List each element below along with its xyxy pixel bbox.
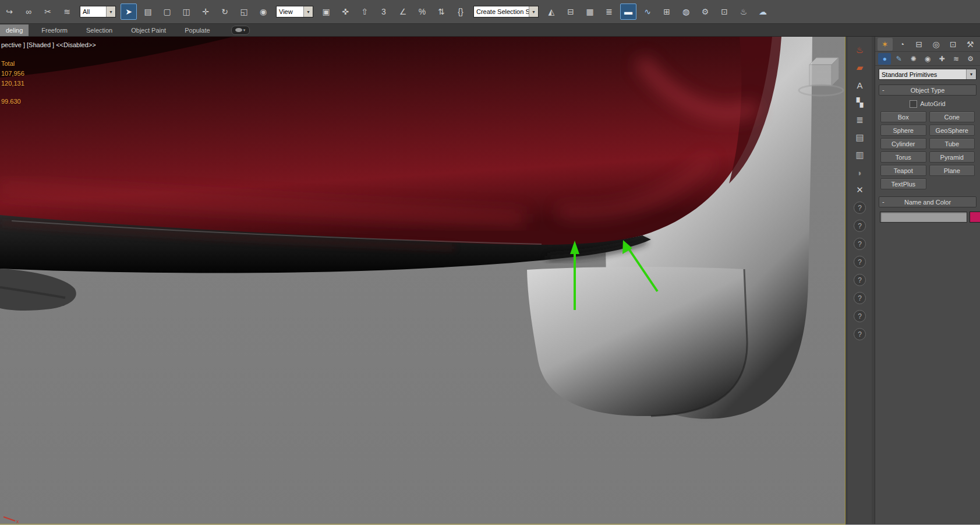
object-type-button[interactable]: Cylinder (880, 138, 926, 149)
viewport-3d-scene[interactable]: x (0, 37, 845, 524)
select-and-place-icon[interactable]: ◉ (255, 3, 271, 20)
select-and-link-icon[interactable]: ∞ (20, 3, 37, 20)
redo-icon[interactable]: ↪ (1, 3, 17, 20)
perspective-viewport[interactable]: x pective ] [Shaded ] <<Disabled>> Total… (0, 37, 845, 524)
category-shapes[interactable]: ✎ (893, 53, 905, 65)
ribbon-bricks-icon[interactable]: ▤ (852, 130, 868, 145)
command-panel-tabs: ✶ ◔ ⊟ ◎ ⊡ ⚒ (875, 37, 980, 52)
select-and-manipulate-icon[interactable]: ✜ (337, 3, 353, 20)
autogrid-label: AutoGrid (920, 100, 945, 107)
snaps-toggle-icon[interactable]: 3 (376, 3, 392, 20)
window-crossing-icon[interactable]: ◫ (178, 3, 194, 20)
angle-snap-icon[interactable]: ∠ (395, 3, 411, 20)
object-type-button[interactable]: Pyramid (929, 151, 975, 163)
unknown-panel-icon[interactable]: ? (854, 274, 866, 286)
select-and-rotate-icon[interactable]: ↻ (217, 3, 233, 20)
tab-hierarchy[interactable]: ⊟ (911, 38, 926, 51)
rectangular-selection-region-icon[interactable]: ▢ (159, 3, 175, 20)
category-lights[interactable]: ✺ (907, 53, 919, 65)
rendered-frame-window-icon[interactable]: ⊡ (716, 3, 733, 20)
percent-snap-icon[interactable]: % (414, 3, 430, 20)
vertical-ribbon-strip: ♨ ▰ A ▚ ≣ ▤ ▥ ◗ ✕ ? ? ? ? ? ? (848, 37, 872, 524)
ribbon-material-icon[interactable]: ▰ (852, 60, 868, 75)
ribbon-layers-icon[interactable]: ≣ (852, 112, 868, 128)
object-type-button[interactable]: TextPlus (880, 178, 926, 189)
category-geometry[interactable]: ● (878, 53, 891, 65)
tab-display[interactable]: ⊡ (946, 38, 961, 51)
select-and-move-icon[interactable]: ✛ (197, 3, 214, 20)
object-type-button[interactable]: Tube (929, 138, 975, 149)
close-icon[interactable]: ✕ (852, 182, 868, 198)
ribbon-striped-icon[interactable]: ▥ (852, 147, 868, 163)
render-setup-icon[interactable]: ⚙ (697, 3, 713, 20)
use-pivot-point-center-icon[interactable]: ▣ (318, 3, 334, 20)
ribbon-align-tool-icon[interactable]: A (852, 77, 868, 93)
viewport-label[interactable]: pective ] [Shaded ] <<Disabled>> (1, 41, 96, 48)
chevron-down-icon: ▼ (106, 6, 115, 17)
tab-object-paint[interactable]: Object Paint (125, 24, 172, 36)
object-color-swatch[interactable] (970, 212, 980, 223)
svg-text:x: x (16, 519, 19, 524)
subcategory-dropdown[interactable]: Standard Primitives ▾ (879, 69, 977, 80)
ribbon-sphere-icon[interactable]: ◗ (852, 165, 868, 180)
object-type-button[interactable]: Cone (929, 111, 975, 122)
object-type-button[interactable]: Sphere (880, 125, 926, 136)
align-icon[interactable]: ⊟ (562, 3, 579, 20)
tab-modify[interactable]: ◔ (894, 38, 910, 51)
autogrid-checkbox[interactable] (910, 100, 917, 108)
stats-polys: 107,956 (1, 69, 24, 79)
reference-coordinate-system-dropdown[interactable]: View ▼ (276, 6, 313, 17)
material-editor-icon[interactable]: ◍ (678, 3, 694, 20)
render-production-icon[interactable]: ♨ (735, 3, 752, 20)
tab-selection[interactable]: Selection (80, 24, 118, 36)
object-type-button[interactable]: GeoSphere (929, 125, 975, 136)
named-selection-sets-dropdown[interactable]: Create Selection Se ▼ (473, 6, 539, 17)
selection-filter-dropdown[interactable]: All ▼ (80, 6, 116, 17)
unknown-panel-icon[interactable]: ? (854, 238, 866, 250)
unknown-panel-icon[interactable]: ? (854, 328, 866, 340)
tab-create[interactable]: ✶ (878, 38, 893, 51)
object-type-button[interactable]: Teapot (880, 165, 926, 176)
ribbon-minimize-button[interactable]: ▾ (231, 26, 250, 35)
ribbon-minimize-oval-icon (235, 28, 242, 32)
object-type-button[interactable]: Box (880, 111, 926, 122)
select-by-name-icon[interactable]: ▤ (140, 3, 156, 20)
toggle-ribbon-icon[interactable]: ▬ (620, 3, 636, 20)
tab-modeling[interactable]: deling (0, 24, 29, 36)
tab-utilities[interactable]: ⚒ (963, 38, 978, 51)
schematic-view-icon[interactable]: ⊞ (659, 3, 675, 20)
category-cameras[interactable]: ◉ (921, 53, 934, 65)
select-object-icon[interactable]: ➤ (121, 3, 137, 20)
select-and-scale-icon[interactable]: ◱ (236, 3, 252, 20)
category-systems[interactable]: ⚙ (964, 53, 977, 65)
object-type-button[interactable]: Plane (929, 165, 975, 176)
ribbon-teapot-icon[interactable]: ♨ (852, 43, 868, 58)
mirror-icon[interactable]: ◭ (543, 3, 560, 20)
keyboard-shortcut-override-icon[interactable]: ⇧ (356, 3, 373, 20)
ribbon-checker-icon[interactable]: ▚ (852, 95, 868, 110)
object-name-input[interactable] (880, 212, 967, 223)
tab-populate[interactable]: Populate (179, 24, 215, 36)
spinner-snap-icon[interactable]: ⇅ (433, 3, 450, 20)
ribbon-tab-bar: deling Freeform Selection Object Paint P… (0, 24, 980, 37)
unknown-panel-icon[interactable]: ? (854, 310, 866, 322)
tab-freeform[interactable]: Freeform (36, 24, 73, 36)
category-helpers[interactable]: ✚ (936, 53, 949, 65)
tab-motion[interactable]: ◎ (929, 38, 944, 51)
unlink-selection-icon[interactable]: ✂ (40, 3, 56, 20)
unknown-panel-icon[interactable]: ? (854, 220, 866, 232)
toggle-layer-explorer-icon[interactable]: ≣ (601, 3, 617, 20)
object-type-button[interactable]: Torus (880, 151, 926, 163)
render-in-cloud-icon[interactable]: ☁ (755, 3, 771, 20)
chevron-down-icon: ▼ (529, 6, 538, 17)
bind-to-space-warp-icon[interactable]: ≋ (59, 3, 75, 20)
category-space-warps[interactable]: ≋ (950, 53, 963, 65)
edit-named-selection-sets-icon[interactable]: {} (452, 3, 469, 20)
rollout-name-color-header[interactable]: - Name and Color (879, 196, 977, 207)
rollout-object-type-header[interactable]: - Object Type (879, 84, 977, 96)
curve-editor-icon[interactable]: ∿ (639, 3, 656, 20)
unknown-panel-icon[interactable]: ? (854, 256, 866, 268)
unknown-panel-icon[interactable]: ? (854, 292, 866, 304)
toggle-scene-explorer-icon[interactable]: ▦ (582, 3, 598, 20)
unknown-panel-icon[interactable]: ? (854, 202, 866, 214)
